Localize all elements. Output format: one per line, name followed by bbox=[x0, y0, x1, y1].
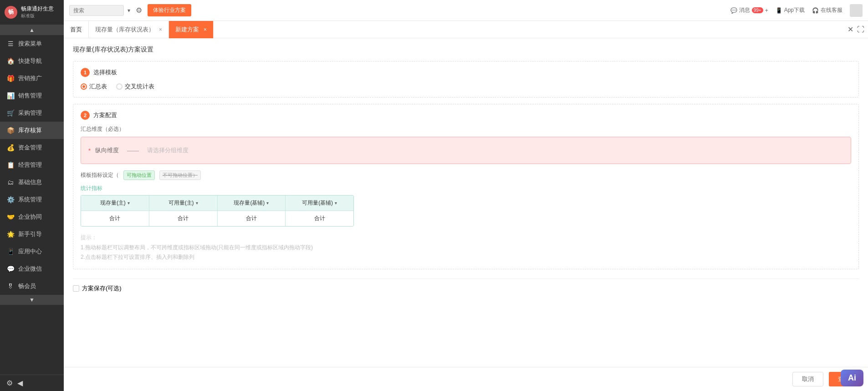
tab-collapse-button[interactable]: ✕ bbox=[848, 25, 853, 34]
enterprise-icon: 🤝 bbox=[6, 213, 15, 221]
sidebar-item-shortcut[interactable]: 🏠 快捷导航 bbox=[0, 52, 64, 70]
service-icon: 🎧 bbox=[812, 7, 819, 14]
sidebar-item-basic[interactable]: 🗂 基础信息 bbox=[0, 174, 64, 191]
col-1[interactable]: 现存量(主) ▾ bbox=[81, 196, 149, 211]
save-checkbox[interactable] bbox=[73, 285, 79, 292]
newguide-icon: 🌟 bbox=[6, 230, 15, 238]
sound-bottom-button[interactable]: ◀ bbox=[17, 379, 23, 387]
page-inner: 现存量(库存状况表)方案设置 1 选择模板 汇总表 交叉统计表 bbox=[64, 38, 868, 391]
draggable-badge: 可拖动位置 bbox=[123, 170, 155, 180]
messages-item[interactable]: 💬 消息 99+ + bbox=[730, 6, 768, 14]
sidebar-item-marketing[interactable]: 🎁 营销推广 bbox=[0, 70, 64, 87]
radio-cross-label: 交叉统计表 bbox=[125, 82, 154, 91]
radio-cross[interactable]: 交叉统计表 bbox=[116, 82, 154, 91]
sidebar-item-label: 企业协同 bbox=[18, 213, 42, 221]
app-download-item[interactable]: 📱 App下载 bbox=[776, 6, 805, 14]
home-tab-label: 首页 bbox=[70, 26, 82, 34]
search-dropdown-button[interactable]: ▾ bbox=[128, 7, 130, 14]
sidebar-item-label: 基础信息 bbox=[18, 178, 42, 186]
system-icon: ⚙️ bbox=[6, 196, 15, 204]
indicator-table: 现存量(主) ▾ 可用量(主) ▾ 现存量(基辅) ▾ bbox=[81, 195, 354, 226]
col-2-label: 可用量(主) bbox=[168, 199, 194, 207]
vertical-dim-placeholder[interactable]: 请选择分组维度 bbox=[147, 146, 189, 154]
sidebar: 畅 畅康通好生意 标准版 ▲ ☰ 搜索菜单 🏠 快捷导航 🎁 营销推广 📊 销售… bbox=[0, 0, 64, 391]
purchase-icon: 🛒 bbox=[6, 109, 15, 117]
sidebar-item-enterprise[interactable]: 🤝 企业协同 bbox=[0, 208, 64, 226]
sidebar-item-label: 快捷导航 bbox=[18, 57, 42, 65]
cell-1: 合计 bbox=[81, 211, 149, 226]
radio-summary[interactable]: 汇总表 bbox=[81, 82, 107, 91]
page-title: 现存量(库存状况表)方案设置 bbox=[73, 46, 859, 54]
cell-2: 合计 bbox=[149, 211, 218, 226]
save-checkbox-label: 方案保存(可选) bbox=[82, 284, 122, 293]
sidebar-item-wechat[interactable]: 💬 企业微信 bbox=[0, 260, 64, 278]
sidebar-item-label: 畅会员 bbox=[18, 282, 36, 290]
tab-expand-button[interactable]: ⛶ bbox=[857, 26, 864, 34]
sidebar-item-search[interactable]: ☰ 搜索菜单 bbox=[0, 35, 64, 52]
online-service-item[interactable]: 🎧 在线客服 bbox=[812, 6, 842, 14]
logo-text: 畅康通好生意 标准版 bbox=[21, 5, 54, 19]
messages-plus: + bbox=[765, 7, 768, 14]
summary-dim-label: 汇总维度（必选） bbox=[81, 125, 851, 133]
phone-icon: 📱 bbox=[776, 7, 782, 14]
operations-icon: 📋 bbox=[6, 161, 15, 169]
inventory-tab-close-icon[interactable]: × bbox=[159, 26, 162, 33]
vertical-dim-area: * 纵向维度 —— 请选择分组维度 bbox=[81, 137, 851, 164]
radio-cross-circle bbox=[116, 83, 123, 90]
sidebar-item-finance[interactable]: 💰 资金管理 bbox=[0, 139, 64, 156]
required-star: * bbox=[88, 147, 91, 154]
sidebar-item-label: 应用中心 bbox=[18, 247, 42, 256]
step1-card: 1 选择模板 汇总表 交叉统计表 bbox=[73, 61, 859, 98]
template-radio-group: 汇总表 交叉统计表 bbox=[81, 82, 851, 91]
step2-header: 2 方案配置 bbox=[81, 111, 851, 120]
sidebar-item-operations[interactable]: 📋 经营管理 bbox=[0, 156, 64, 174]
sidebar-item-label: 企业微信 bbox=[18, 265, 42, 273]
cancel-button[interactable]: 取消 bbox=[792, 372, 823, 386]
col-2[interactable]: 可用量(主) ▾ bbox=[149, 196, 218, 211]
main-area: ▾ ⚙ 体验行业方案 💬 消息 99+ + 📱 App下载 🎧 在线客服 首页 bbox=[64, 0, 868, 391]
new-tab-close-icon[interactable]: × bbox=[204, 26, 207, 33]
topbar: ▾ ⚙ 体验行业方案 💬 消息 99+ + 📱 App下载 🎧 在线客服 bbox=[64, 0, 868, 21]
sidebar-item-label: 经营管理 bbox=[18, 161, 42, 169]
step1-header: 1 选择模板 bbox=[81, 68, 851, 77]
search-input[interactable] bbox=[69, 5, 124, 16]
sidebar-item-system[interactable]: ⚙️ 系统管理 bbox=[0, 191, 64, 208]
radio-summary-label: 汇总表 bbox=[89, 82, 107, 91]
user-avatar[interactable] bbox=[850, 4, 863, 17]
tab-new-plan[interactable]: 新建方案 × bbox=[169, 21, 214, 38]
sidebar-item-inventory[interactable]: 📦 库存核算 bbox=[0, 122, 64, 139]
logo-icon: 畅 bbox=[5, 6, 17, 19]
topbar-gear-button[interactable]: ⚙ bbox=[136, 6, 142, 15]
member-icon: 🎖 bbox=[6, 282, 15, 290]
col-1-chevron-icon: ▾ bbox=[128, 201, 130, 206]
col-3[interactable]: 现存量(基辅) ▾ bbox=[218, 196, 286, 211]
step1-badge: 1 bbox=[81, 68, 90, 77]
sidebar-item-newguide[interactable]: 🌟 新手引导 bbox=[0, 226, 64, 243]
tips-title: 提示： bbox=[81, 234, 97, 241]
trial-industry-button[interactable]: 体验行业方案 bbox=[148, 4, 191, 16]
sidebar-scroll-down-button[interactable]: ▼ bbox=[0, 295, 64, 305]
tab-home[interactable]: 首页 bbox=[64, 21, 89, 38]
settings-bottom-button[interactable]: ⚙ bbox=[6, 379, 13, 387]
message-icon: 💬 bbox=[730, 7, 737, 14]
cell-3: 合计 bbox=[218, 211, 286, 226]
sidebar-scroll-up-button[interactable]: ▲ bbox=[0, 25, 64, 35]
sidebar-logo: 畅 畅康通好生意 标准版 bbox=[0, 0, 64, 25]
sidebar-item-appcenter[interactable]: 📱 应用中心 bbox=[0, 243, 64, 260]
sidebar-item-member[interactable]: 🎖 畅会员 bbox=[0, 278, 64, 295]
sidebar-item-purchase[interactable]: 🛒 采购管理 bbox=[0, 104, 64, 122]
page-content: 现存量(库存状况表)方案设置 1 选择模板 汇总表 交叉统计表 bbox=[64, 38, 868, 391]
col-4-label: 可用量(基辅) bbox=[302, 199, 333, 207]
ai-button[interactable]: Ai bbox=[841, 370, 863, 386]
sidebar-item-sales[interactable]: 📊 销售管理 bbox=[0, 87, 64, 104]
sidebar-item-label: 销售管理 bbox=[18, 92, 42, 100]
indicator-settings-label: 模板指标设定（ bbox=[81, 171, 119, 179]
finance-icon: 💰 bbox=[6, 144, 15, 152]
sidebar-item-label: 新手引导 bbox=[18, 230, 42, 238]
home-icon: 🏠 bbox=[6, 57, 15, 65]
footer-check-area: 方案保存(可选) bbox=[73, 278, 859, 293]
sidebar-item-label: 搜索菜单 bbox=[18, 40, 42, 48]
step2-card: 2 方案配置 汇总维度（必选） * 纵向维度 —— 请选择分组维度 模板指标设定… bbox=[73, 104, 859, 269]
col-4[interactable]: 可用量(基辅) ▾ bbox=[286, 196, 353, 211]
tab-inventory[interactable]: 现存量（库存状况表） × bbox=[89, 21, 169, 38]
